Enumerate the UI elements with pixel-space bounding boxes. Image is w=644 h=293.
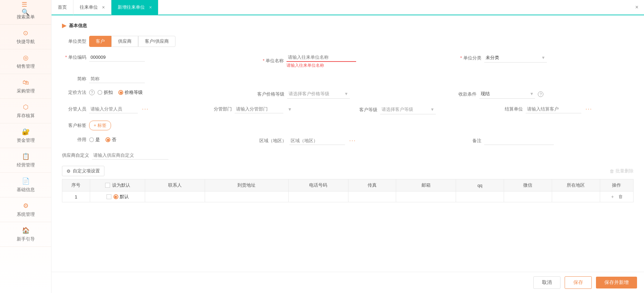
discount-radio-label: 折扣 (104, 89, 113, 96)
pricing-level-radio[interactable]: 价格等级 (118, 89, 143, 96)
sidebar-item-purchase[interactable]: 🛍 采购管理 (0, 74, 51, 99)
row-add-icon[interactable]: ＋ (610, 194, 615, 199)
unit-name-label: 单位名称 (259, 58, 284, 64)
department-label: 分管部门 (207, 106, 232, 112)
table-row: 1 默认 (62, 192, 634, 202)
row-default: 默认 (90, 192, 145, 202)
row-contact[interactable] (145, 192, 205, 202)
unit-name-input[interactable] (286, 53, 356, 62)
sidebar-item-label: 快捷导航 (17, 39, 35, 45)
customer-price-level-select[interactable]: 请选择客户价格等级 ▼ (287, 89, 350, 99)
disabled-no-label: 否 (112, 137, 116, 143)
sidebar: ☰🔍 搜索菜单 ⊙ 快捷导航 ◎ 销售管理 🛍 采购管理 ⬡ 库存核算 🔐 资金… (0, 0, 52, 293)
sidebar-item-operations[interactable]: 📋 经营管理 (0, 148, 51, 173)
th-qq: qq (456, 179, 504, 192)
sidebar-item-quick-nav[interactable]: ⊙ 快捷导航 (0, 25, 51, 49)
unit-code-input[interactable] (89, 53, 145, 62)
unit-category-value: 未分类 (486, 55, 540, 61)
sidebar-item-beginner[interactable]: 🏠 新手引导 (0, 222, 51, 247)
batch-delete-button[interactable]: 🗑 批量删除 (610, 168, 634, 174)
manager-field: 分管人员 ··· (62, 105, 197, 113)
unit-type-customer-btn[interactable]: 客户 (89, 36, 111, 47)
sidebar-item-label: 库存核算 (17, 113, 35, 119)
sidebar-item-label: 搜索菜单 (17, 14, 35, 20)
payment-help-icon[interactable]: ? (538, 91, 543, 97)
unit-name-field: 单位名称 请输入往来单位名称 (259, 53, 436, 68)
th-fax: 传真 (348, 179, 396, 192)
settlement-unit-input[interactable] (526, 105, 581, 113)
sidebar-item-label: 采购管理 (17, 88, 35, 94)
remarks-input[interactable] (484, 137, 554, 145)
short-name-row: 简称 (62, 75, 634, 83)
manager-input[interactable] (89, 105, 138, 113)
sidebar-item-basic-info[interactable]: 📄 基础信息 (0, 173, 51, 197)
settlement-more-btn[interactable]: ··· (584, 106, 594, 112)
unit-type-supplier-btn[interactable]: 供应商 (111, 36, 138, 47)
region-more-btn[interactable]: ··· (348, 138, 357, 144)
th-ops: 操作 (600, 179, 633, 192)
tab-home[interactable]: 首页 (52, 0, 73, 15)
pricing-help-icon[interactable]: ? (89, 90, 95, 95)
row-address[interactable] (205, 192, 288, 202)
customize-settings-button[interactable]: ⚙ 自定义项设置 (62, 166, 104, 176)
settlement-unit-field: 结算单位 ··· (498, 105, 634, 113)
unit-category-arrow: ▼ (541, 55, 545, 60)
supplier-custom-row: 供应商自定义 (62, 151, 634, 160)
disabled-no-radio[interactable]: 否 (105, 137, 116, 143)
th-wechat: 微信 (504, 179, 552, 192)
row-wechat[interactable] (504, 192, 552, 202)
row-fax[interactable] (348, 192, 396, 202)
disabled-field: 停用 是 否 (62, 137, 238, 143)
tab-add-partner[interactable]: 新增往来单位 × (111, 0, 158, 15)
payment-condition-select[interactable]: 现结 ▼ (479, 89, 535, 99)
customer-tag-field: 客户标签 + 标签 (62, 121, 634, 130)
settlement-unit-label: 结算单位 (498, 106, 523, 112)
row-qq[interactable] (456, 192, 504, 202)
supplier-custom-input[interactable] (92, 151, 168, 160)
sidebar-item-finance[interactable]: 🔐 资金管理 (0, 123, 51, 148)
region-label: 区域（地区） (259, 138, 286, 144)
unit-type-both-btn[interactable]: 客户/供应商 (138, 36, 175, 47)
tab-partner-list-close[interactable]: × (102, 5, 105, 10)
tab-add-partner-close[interactable]: × (149, 5, 152, 10)
row-delete-icon[interactable]: 🗑 (618, 194, 623, 199)
tab-partner-list[interactable]: 往来单位 × (73, 0, 111, 15)
tab-home-label: 首页 (58, 4, 67, 10)
short-name-input[interactable] (89, 75, 145, 83)
payment-condition-field: 收款条件 现结 ▼ ? (452, 89, 634, 99)
customer-level-select[interactable]: 请选择客户等级 ▼ (380, 105, 436, 114)
row-checkbox[interactable] (107, 194, 111, 199)
cancel-button[interactable]: 取消 (533, 276, 560, 289)
sidebar-item-sales[interactable]: ◎ 销售管理 (0, 49, 51, 74)
disabled-label: 停用 (62, 137, 86, 143)
row-default-radio[interactable]: 默认 (113, 194, 129, 200)
region-input[interactable] (289, 137, 345, 145)
select-all-checkbox[interactable] (105, 183, 110, 188)
tab-bar: 首页 往来单位 × 新增往来单位 × × (52, 0, 644, 15)
close-all-tabs-button[interactable]: × (635, 4, 638, 10)
department-input[interactable] (235, 105, 283, 113)
pricing-discount-radio[interactable]: 折扣 (97, 89, 113, 96)
disabled-yes-radio[interactable]: 是 (89, 137, 100, 143)
row-email[interactable] (396, 192, 456, 202)
th-default: 设为默认 (90, 179, 145, 192)
customer-level-field: 客户等级 请选择客户等级 ▼ (353, 105, 488, 114)
sidebar-item-inventory[interactable]: ⬡ 库存核算 (0, 99, 51, 123)
system-icon: ⚙ (22, 202, 30, 210)
unit-name-error: 请输入往来单位名称 (286, 63, 356, 68)
main-area: 首页 往来单位 × 新增往来单位 × × ▶ 基本信息 单位类型 客户 供应商 … (52, 0, 644, 293)
manager-more-btn[interactable]: ··· (141, 106, 150, 112)
customer-price-level-value: 请选择客户价格等级 (289, 91, 343, 97)
unit-category-select[interactable]: 未分类 ▼ (484, 53, 547, 63)
save-new-button[interactable]: 保存并新增 (596, 277, 637, 288)
sidebar-item-system[interactable]: ⚙ 系统管理 (0, 197, 51, 222)
th-region: 所在地区 (552, 179, 600, 192)
table-toolbar: ⚙ 自定义项设置 🗑 批量删除 (62, 166, 634, 176)
department-arrow: ▼ (288, 107, 292, 112)
section-title: ▶ 基本信息 (62, 22, 634, 29)
tag-add-button[interactable]: + 标签 (89, 121, 111, 130)
row-region[interactable] (552, 192, 600, 202)
save-button[interactable]: 保存 (565, 276, 592, 289)
sidebar-item-search[interactable]: ☰🔍 搜索菜单 (0, 0, 51, 25)
row-phone[interactable] (288, 192, 348, 202)
